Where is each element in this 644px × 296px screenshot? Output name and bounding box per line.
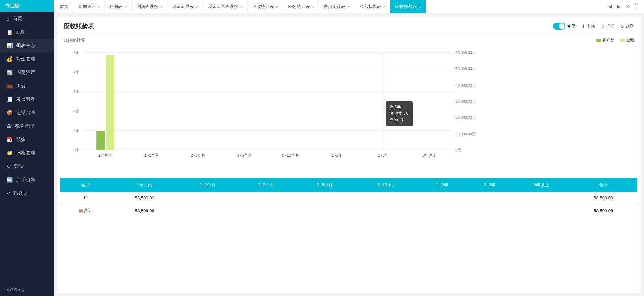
tab-close-voucher[interactable]: ×: [98, 5, 100, 9]
download-label: 下载: [586, 23, 595, 29]
table-cell-row0-col1: 58,500.00: [111, 192, 178, 204]
svg-text:30,000.00元: 30,000.00元: [455, 99, 476, 103]
svg-text:60,000.00元: 60,000.00元: [455, 51, 476, 55]
sidebar-icon-invoice: 🧾: [7, 96, 13, 102]
tab-close-profit[interactable]: ×: [124, 5, 126, 9]
table-row: 1158,500.0058,500.00: [60, 192, 637, 204]
sidebar-item-member[interactable]: V畅会员: [0, 187, 54, 200]
tab-label-home: 首页: [60, 4, 68, 10]
sidebar-icon-archive: 📁: [7, 150, 13, 156]
tab-cashflow_q[interactable]: 现金流量表季报×: [203, 0, 248, 13]
table-header-1个月内: 1个月内: [111, 178, 178, 192]
refresh-label: 刷新: [625, 23, 634, 29]
sidebar-item-ledger[interactable]: 📋总账: [0, 26, 54, 39]
print-icon: 🖨: [600, 24, 605, 29]
table-header-2~3个月: 2~3个月: [237, 178, 296, 192]
svg-text:0个: 0个: [74, 148, 79, 152]
sidebar-item-trade[interactable]: 📦进销台账: [0, 106, 54, 119]
app-logo: 专业版: [0, 0, 54, 12]
tab-close-cashflow[interactable]: ×: [196, 5, 198, 9]
table-cell-row0-col4: [296, 192, 354, 204]
chart-toggle[interactable]: 图表: [553, 23, 576, 30]
sidebar-label-trade: 进销台账: [16, 110, 35, 116]
sidebar-icon-ledger: 📋: [7, 29, 13, 35]
svg-text:3~6个月: 3~6个月: [237, 153, 252, 158]
table-footer-cell-7: [466, 204, 513, 217]
sidebar-icon-funds: 💰: [7, 56, 13, 62]
tab-label-profit_q: 利润表季报: [137, 4, 158, 10]
table-cell-row0-col0: 11: [60, 192, 111, 204]
sidebar-label-home: 首页: [13, 16, 22, 22]
tab-voucher[interactable]: 新增凭证×: [73, 0, 105, 13]
tab-ar_stat[interactable]: 应收统计表×: [248, 0, 283, 13]
legend-color-customers: [596, 39, 601, 42]
tab-expand-button[interactable]: ⛶: [633, 3, 640, 10]
table-cell-row0-col2: [178, 192, 237, 204]
tab-close-ops[interactable]: ×: [383, 5, 385, 9]
tab-prev-button[interactable]: ◀: [606, 3, 614, 10]
tab-close-ar_aging[interactable]: ×: [419, 5, 421, 9]
sidebar-item-tax[interactable]: 🏛税务管理: [0, 119, 54, 133]
tab-home[interactable]: 首页: [55, 0, 73, 13]
tab-ar_aging[interactable]: 应收账龄表×: [390, 0, 426, 13]
sidebar-item-home[interactable]: ⌂首页: [0, 12, 54, 26]
tab-profit_q[interactable]: 利润表季报×: [132, 0, 167, 13]
sidebar-icon-member: V: [7, 191, 10, 196]
sidebar-item-archive[interactable]: 📁归档管理: [0, 146, 54, 160]
tab-close-cashflow_q[interactable]: ×: [240, 5, 243, 9]
tab-close-expense[interactable]: ×: [347, 5, 350, 9]
sidebar-icon-trade: 📦: [7, 110, 13, 116]
legend-amount: 金额: [620, 37, 634, 43]
download-button[interactable]: ⬇下载: [581, 23, 595, 29]
sidebar-item-guide[interactable]: 🆕新手引导: [0, 173, 54, 187]
legend-label-amount: 金额: [626, 37, 634, 43]
tab-close-all-button[interactable]: ✕: [624, 3, 631, 10]
print-button[interactable]: 🖨打印: [600, 23, 615, 29]
sidebar-item-funds[interactable]: 💰资金管理: [0, 52, 54, 66]
tab-close-ar_stat[interactable]: ×: [276, 5, 278, 9]
table-cell-row0-col9: 58,500.00: [570, 192, 637, 204]
print-label: 打印: [606, 23, 615, 29]
tab-label-ops: 经营状况表: [360, 4, 381, 10]
sidebar-item-invoice[interactable]: 🧾发票管理: [0, 93, 54, 106]
table-header-2~3年: 2~3年: [466, 178, 513, 192]
table-footer-cell-5: [354, 204, 419, 217]
main-area: 首页新增凭证×利润表×利润表季报×现金流量表×现金流量表季报×应收统计表×应付统…: [54, 0, 644, 296]
tab-ops[interactable]: 经营状况表×: [355, 0, 390, 13]
tab-close-profit_q[interactable]: ×: [160, 5, 162, 9]
legend-label-customers: 客户数: [602, 37, 614, 43]
sidebar-item-assets[interactable]: 🏢固定资产: [0, 66, 54, 79]
tab-expense[interactable]: 费用统计表×: [319, 0, 355, 13]
tab-close-ap_stat[interactable]: ×: [312, 5, 314, 9]
tab-next-button[interactable]: ▶: [615, 3, 623, 10]
sidebar-icon-home: ⌂: [7, 16, 10, 22]
table-cell-row0-col3: [237, 192, 296, 204]
page-header: 应收账龄表 图表 ⬇下载🖨打印↻刷新: [57, 17, 641, 34]
table-cell-row0-col8: [513, 192, 570, 204]
sidebar-item-closing[interactable]: 📅结账: [0, 133, 54, 146]
tab-ap_stat[interactable]: 应付统计表×: [283, 0, 319, 13]
svg-text:1~2个月: 1~2个月: [144, 153, 159, 158]
refresh-button[interactable]: ↻刷新: [620, 23, 634, 29]
subtotal-icon: ▣: [79, 209, 83, 213]
sidebar-label-closing: 结账: [16, 137, 26, 143]
sidebar-pin-toggle[interactable]: ◄取消固定: [0, 284, 54, 296]
table-cell-row0-col6: [419, 192, 466, 204]
svg-text:20,000.00元: 20,000.00元: [455, 115, 476, 119]
sidebar-label-guide: 新手引导: [16, 177, 35, 183]
svg-rect-0: [64, 46, 486, 167]
tab-label-expense: 费用统计表: [324, 4, 345, 10]
sidebar-item-settings[interactable]: ⚙设置: [0, 160, 54, 173]
sidebar-label-tax: 税务管理: [15, 123, 34, 129]
header-actions: 图表 ⬇下载🖨打印↻刷新: [553, 23, 634, 30]
chart-title: 账龄统计图: [64, 37, 634, 43]
sidebar-item-reports[interactable]: 📊报表中心: [0, 39, 54, 52]
svg-text:5个: 5个: [74, 51, 79, 55]
svg-rect-22: [106, 55, 114, 150]
table-header-1~2个月: 1~2个月: [178, 178, 237, 192]
tab-cashflow[interactable]: 现金流量表×: [167, 0, 203, 13]
toggle-track[interactable]: [553, 23, 565, 30]
sidebar-item-salary[interactable]: 💼工资: [0, 79, 54, 93]
tab-profit[interactable]: 利润表×: [105, 0, 131, 13]
svg-text:6~12个月: 6~12个月: [282, 153, 299, 158]
